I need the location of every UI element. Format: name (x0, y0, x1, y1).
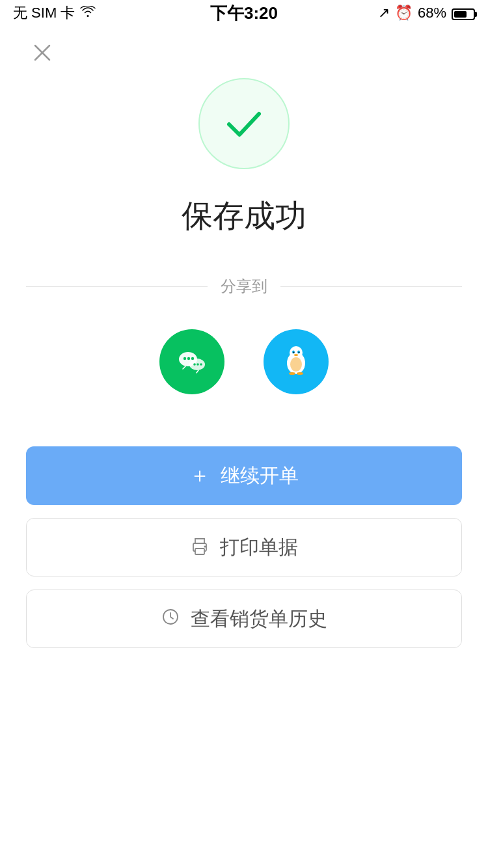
continue-button[interactable]: ＋ 继续开单 (26, 446, 462, 505)
success-title: 保存成功 (182, 195, 306, 237)
status-bar: 无 SIM 卡 下午3:20 ↗ ⏰ 68% (0, 0, 488, 26)
success-circle (198, 78, 290, 169)
location-icon: ↗ (378, 5, 390, 21)
svg-rect-21 (195, 549, 204, 554)
svg-point-6 (191, 357, 194, 360)
share-icons-row (159, 329, 329, 394)
print-button[interactable]: 打印单据 (26, 518, 462, 576)
wifi-icon (80, 5, 96, 21)
svg-point-22 (204, 545, 206, 547)
close-button[interactable] (26, 36, 59, 69)
svg-point-19 (297, 372, 303, 375)
svg-point-16 (294, 354, 298, 356)
main-content: 保存成功 分享到 (0, 26, 488, 648)
close-icon (33, 43, 52, 62)
action-buttons: ＋ 继续开单 打印单据 (0, 446, 488, 648)
qq-share-button[interactable] (264, 329, 329, 394)
wechat-circle (159, 329, 224, 394)
share-label: 分享到 (208, 276, 280, 297)
continue-label: 继续开单 (221, 463, 299, 489)
svg-point-9 (200, 363, 202, 366)
svg-point-14 (293, 352, 295, 353)
svg-point-4 (183, 357, 186, 360)
divider-line-right (280, 286, 462, 287)
svg-point-15 (299, 352, 300, 353)
battery-icon (452, 5, 475, 21)
divider-line-left (26, 286, 208, 287)
print-icon (190, 536, 210, 560)
history-button[interactable]: 查看销货单历史 (26, 590, 462, 648)
battery-percent: 68% (418, 5, 446, 21)
status-time: 下午3:20 (210, 2, 278, 25)
no-sim-text: 无 SIM 卡 (13, 3, 75, 23)
svg-point-17 (290, 357, 302, 372)
print-label: 打印单据 (220, 534, 298, 561)
history-icon (161, 607, 180, 631)
qq-circle (264, 329, 329, 394)
share-divider: 分享到 (0, 276, 488, 297)
alarm-icon: ⏰ (395, 5, 413, 21)
continue-plus-icon: ＋ (189, 461, 210, 490)
status-left: 无 SIM 卡 (13, 3, 96, 23)
qq-icon (278, 344, 314, 380)
svg-point-7 (193, 363, 196, 366)
wechat-icon (174, 344, 210, 380)
svg-point-5 (187, 357, 190, 360)
history-label: 查看销货单历史 (191, 606, 327, 632)
checkmark-icon (221, 101, 267, 146)
svg-point-8 (197, 363, 199, 366)
status-right: ↗ ⏰ 68% (378, 5, 475, 21)
svg-point-18 (289, 372, 295, 375)
wechat-share-button[interactable] (159, 329, 224, 394)
